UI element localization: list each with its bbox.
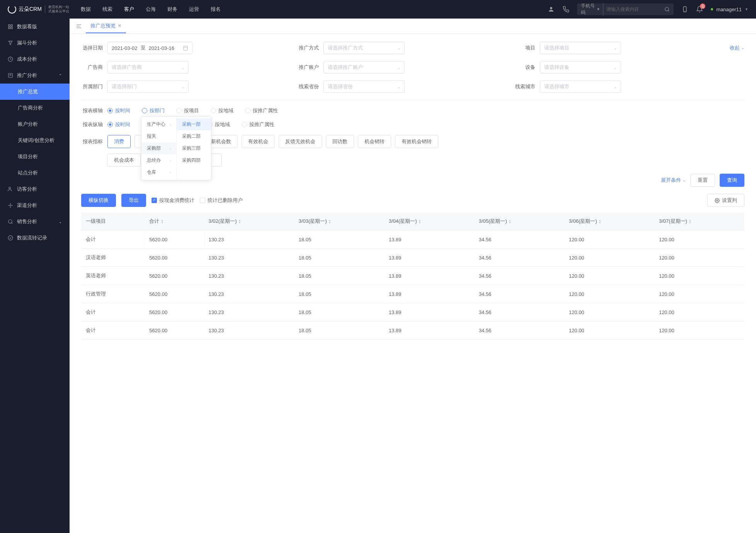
table-header[interactable]: 3/05(星期一)▲▼: [474, 212, 564, 231]
sidebar-item[interactable]: 推广分析⌃: [0, 67, 70, 84]
dropdown-item[interactable]: 采购部›: [141, 142, 176, 154]
sidebar-sub-item[interactable]: 账户分析: [0, 116, 70, 132]
advertiser-select[interactable]: 请选择广告商⌄: [107, 61, 189, 73]
sidebar-item[interactable]: 数据看版: [0, 19, 70, 35]
reset-button[interactable]: 重置: [690, 174, 715, 187]
city-select[interactable]: 请选择城市⌄: [540, 80, 621, 93]
export-button[interactable]: 导出: [121, 194, 146, 207]
collapse-filters-link[interactable]: 收起 ⌄: [730, 44, 744, 51]
table-header[interactable]: 合计▲▼: [145, 212, 204, 231]
radio-option[interactable]: 按项目: [176, 107, 199, 114]
table-cell: 5620.00: [145, 321, 204, 340]
table-row: 行政管理5620.00130.2318.0513.8934.56120.0012…: [81, 285, 744, 303]
sidebar-item[interactable]: 渠道分析: [0, 197, 70, 214]
search-icon[interactable]: [664, 7, 670, 12]
dropdown-item[interactable]: 报关: [141, 130, 176, 142]
logo[interactable]: 云朵CRM 教育机构一站 式服务云平台: [8, 5, 69, 14]
nav-item[interactable]: 报名: [211, 6, 221, 13]
table-header[interactable]: 3/07(星期一)▲▼: [654, 212, 744, 231]
table-header[interactable]: 一级项目: [81, 212, 145, 231]
dropdown-item[interactable]: 仓库›: [141, 166, 176, 178]
nav-item[interactable]: 公海: [146, 6, 156, 13]
sidebar-sub-item[interactable]: 广告商分析: [0, 100, 70, 116]
table-cell: 130.23: [204, 249, 294, 267]
table-header[interactable]: 3/03(星期一)▲▼: [294, 212, 384, 231]
device-icon[interactable]: [681, 6, 688, 13]
province-select[interactable]: 请选择省份⌄: [324, 80, 405, 93]
toggle-axis-button[interactable]: 横纵切换: [81, 194, 116, 207]
main-content: 推广总预览 ✕ 选择日期 2021-03-02 至 2021-03-16 推广方…: [70, 19, 756, 533]
sidebar-sub-item[interactable]: 站点分析: [0, 165, 70, 181]
nav-item[interactable]: 线索: [102, 6, 112, 13]
table-header[interactable]: 3/06(星期一)▲▼: [564, 212, 654, 231]
metric-button[interactable]: 消费: [107, 135, 131, 148]
sidebar-sub-item[interactable]: 推广总览: [0, 84, 70, 100]
sidebar-item[interactable]: 访客分析: [0, 181, 70, 197]
sidebar-item[interactable]: 成本分析: [0, 51, 70, 67]
table-header[interactable]: 3/02(星期一)▲▼: [204, 212, 294, 231]
metric-button[interactable]: 机会销转: [358, 135, 391, 148]
expand-conditions-link[interactable]: 展开条件 ⌄: [661, 177, 686, 184]
table-header[interactable]: 3/04(星期一)▲▼: [384, 212, 474, 231]
table-cell: 120.00: [564, 303, 654, 321]
sidebar-item[interactable]: 数据流转记录: [0, 230, 70, 246]
dropdown-item[interactable]: 生产中心›: [141, 118, 176, 130]
sidebar-sub-item[interactable]: 关键词/创意分析: [0, 132, 70, 149]
close-icon[interactable]: ✕: [118, 23, 121, 28]
table-cell: 18.05: [294, 231, 384, 249]
query-button[interactable]: 查询: [720, 174, 744, 187]
table-cell: 5620.00: [145, 267, 204, 285]
svg-point-13: [10, 205, 11, 206]
radio-option[interactable]: 按推广属性: [245, 107, 278, 114]
device-select[interactable]: 请选择设备⌄: [540, 61, 621, 73]
radio-icon: [107, 108, 113, 113]
table-cell: 行政管理: [81, 285, 145, 303]
dept-select[interactable]: 请选择部门⌄: [107, 80, 189, 93]
sidebar-sub-item[interactable]: 项目分析: [0, 149, 70, 165]
nav-item[interactable]: 数据: [81, 6, 91, 13]
metric-button[interactable]: 机会成本: [107, 154, 141, 167]
deleted-stat-checkbox[interactable]: 统计已删除用户: [200, 197, 243, 204]
table-row: 汉语老师5620.00130.2318.0513.8934.56120.0012…: [81, 249, 744, 267]
calendar-icon: [183, 45, 188, 51]
radio-option[interactable]: 按时间: [107, 121, 130, 128]
table-cell: 13.89: [384, 303, 474, 321]
nav-item[interactable]: 财务: [167, 6, 177, 13]
tab-promotion-overview[interactable]: 推广总预览 ✕: [86, 19, 126, 33]
dropdown-item[interactable]: 采购一部: [177, 118, 211, 130]
settings-columns-button[interactable]: 设置列: [707, 194, 744, 207]
nav-item[interactable]: 运营: [189, 6, 199, 13]
metric-button[interactable]: 反馈无效机会: [279, 135, 322, 148]
project-select[interactable]: 请选择项目⌄: [540, 42, 621, 54]
radio-option[interactable]: 按部门: [142, 107, 165, 114]
account-select[interactable]: 请选择推广账户⌄: [324, 61, 405, 73]
method-select[interactable]: 请选择推广方式⌄: [324, 42, 405, 54]
dept-label: 所属部门: [81, 83, 103, 90]
radio-option[interactable]: 按时间: [107, 107, 130, 114]
sidebar-item[interactable]: 销售分析⌄: [0, 214, 70, 230]
radio-option[interactable]: 按地域: [211, 107, 233, 114]
table-cell: 会计: [81, 231, 145, 249]
radio-option[interactable]: 按推广属性: [242, 121, 274, 128]
date-range-picker[interactable]: 2021-03-02 至 2021-03-16: [107, 42, 192, 54]
phone-icon[interactable]: [562, 6, 569, 13]
bell-icon[interactable]: 5: [696, 6, 703, 13]
dropdown-item[interactable]: 采购四部: [177, 154, 211, 166]
metric-button[interactable]: 有效机会销转: [395, 135, 438, 148]
search-type-select[interactable]: 手机号码 ▼: [581, 3, 603, 16]
top-header: 云朵CRM 教育机构一站 式服务云平台 数据线索客户公海财务运营报名 手机号码 …: [0, 0, 756, 19]
dropdown-item[interactable]: 采购三部: [177, 142, 211, 154]
search-input[interactable]: [606, 7, 664, 12]
metric-button[interactable]: 有效机会: [242, 135, 275, 148]
svg-rect-7: [11, 27, 12, 29]
dropdown-item[interactable]: 采购二部: [177, 130, 211, 142]
dropdown-item[interactable]: 总经办›: [141, 154, 176, 166]
nav-item[interactable]: 客户: [124, 6, 134, 13]
sidebar-item[interactable]: 漏斗分析: [0, 35, 70, 51]
metric-button[interactable]: 回访数: [326, 135, 354, 148]
table-cell: 34.56: [474, 267, 564, 285]
cash-stat-checkbox[interactable]: 按现金消费统计: [152, 197, 194, 204]
user-icon[interactable]: [548, 6, 555, 13]
sidebar-collapse-button[interactable]: [73, 21, 84, 32]
user-menu[interactable]: manager11 ▼: [711, 7, 748, 12]
